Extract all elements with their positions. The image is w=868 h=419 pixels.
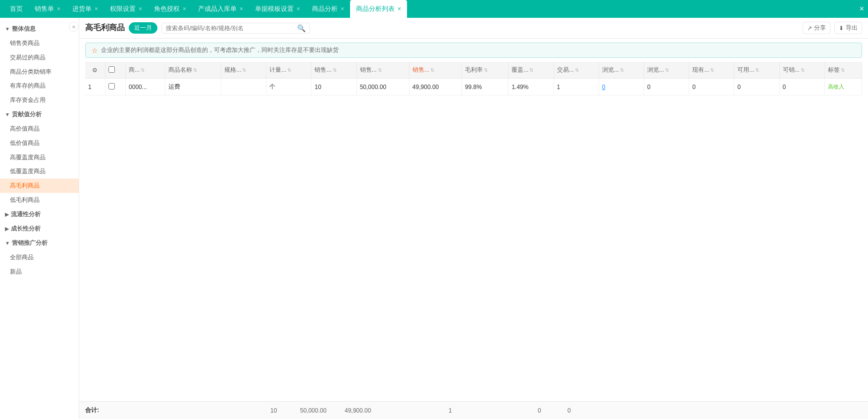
col-view2[interactable]: 浏览...⇅ bbox=[644, 62, 689, 79]
sidebar-item-all-goods[interactable]: 全部商品 bbox=[0, 250, 79, 265]
col-code[interactable]: 商...⇅ bbox=[126, 62, 165, 79]
sort-icon-10: ⇅ bbox=[575, 67, 579, 73]
cell-sale-profit: 49,900.00 bbox=[409, 79, 461, 95]
col-checkbox[interactable] bbox=[105, 62, 126, 79]
sort-icon: ⇅ bbox=[141, 67, 145, 73]
tab-close-product-analysis-list[interactable]: × bbox=[398, 0, 401, 18]
sidebar-item-stock-capital[interactable]: 库存资金占用 bbox=[0, 93, 79, 107]
select-all-checkbox[interactable] bbox=[108, 66, 115, 73]
col-sale-profit[interactable]: 销售...⇅ bbox=[409, 62, 461, 79]
table-row: 1 0000... 运费 个 10 50,000.00 49,900.00 99… bbox=[85, 79, 862, 95]
sidebar-group-marketing[interactable]: ▼ 营销推广分析 bbox=[0, 236, 79, 250]
export-button[interactable]: ⬇ 导出 bbox=[834, 22, 862, 34]
col-saleable[interactable]: 可销...⇅ bbox=[779, 62, 824, 79]
col-sale-qty[interactable]: 销售...⇅ bbox=[311, 62, 357, 79]
sidebar-item-high-margin[interactable]: 高毛利商品 bbox=[0, 179, 79, 193]
arrow-icon-3: ▶ bbox=[5, 212, 9, 217]
sidebar-group-growth[interactable]: ▶ 成长性分析 bbox=[0, 222, 79, 236]
sidebar-item-high-coverage[interactable]: 高覆盖度商品 bbox=[0, 150, 79, 165]
col-spec[interactable]: 规格...⇅ bbox=[221, 62, 266, 79]
tab-home[interactable]: 首页 bbox=[4, 0, 29, 18]
search-input[interactable] bbox=[166, 25, 295, 32]
row-checkbox[interactable] bbox=[108, 83, 115, 90]
tip-bar: ☆ 企业的主要的利润都是这部分商品创造的，可考虑加大推广，同时关注库存是不要出现… bbox=[85, 43, 862, 58]
sort-icon-2: ⇅ bbox=[193, 67, 197, 73]
col-current[interactable]: 现有...⇅ bbox=[689, 62, 734, 79]
footer-transaction: 1 bbox=[446, 407, 475, 414]
header-actions: ↗ 分享 ⬇ 导出 bbox=[803, 22, 862, 34]
col-sale-amount[interactable]: 销售...⇅ bbox=[357, 62, 409, 79]
sidebar-item-traded-goods[interactable]: 交易过的商品 bbox=[0, 50, 79, 65]
sidebar-item-low-coverage[interactable]: 低覆盖度商品 bbox=[0, 164, 79, 179]
page-title: 高毛利商品 bbox=[85, 23, 125, 33]
sidebar-item-sales-goods[interactable]: 销售类商品 bbox=[0, 36, 79, 50]
sidebar-item-low-value[interactable]: 低价值商品 bbox=[0, 136, 79, 150]
tab-close-purchase[interactable]: × bbox=[95, 0, 98, 18]
view1-link[interactable]: 0 bbox=[602, 84, 606, 91]
col-available[interactable]: 可用...⇅ bbox=[734, 62, 779, 79]
tip-text: 企业的主要的利润都是这部分商品创造的，可考虑加大推广，同时关注库存是不要出现缺货 bbox=[101, 46, 339, 54]
arrow-icon-5: ▼ bbox=[5, 240, 10, 246]
cell-spec bbox=[221, 79, 266, 95]
content-header: 高毛利商品 近一月 🔍 ↗ 分享 ⬇ 导出 bbox=[79, 18, 868, 39]
sort-icon-4: ⇅ bbox=[287, 67, 291, 73]
tab-close-product-analysis[interactable]: × bbox=[341, 0, 344, 18]
sidebar-item-in-stock[interactable]: 有库存的商品 bbox=[0, 79, 79, 93]
tab-close-template[interactable]: × bbox=[297, 0, 300, 18]
filter-recent-month-button[interactable]: 近一月 bbox=[129, 22, 157, 34]
close-all-button[interactable]: × bbox=[860, 4, 864, 13]
cell-view1[interactable]: 0 bbox=[599, 79, 644, 95]
search-box: 🔍 bbox=[161, 23, 310, 34]
table-container[interactable]: ⚙ 商...⇅ 商品名称⇅ 规格...⇅ 计量...⇅ 销售...⇅ 销售...… bbox=[85, 62, 862, 401]
sort-icon-15: ⇅ bbox=[801, 67, 805, 73]
table-header-row: ⚙ 商...⇅ 商品名称⇅ 规格...⇅ 计量...⇅ 销售...⇅ 销售...… bbox=[85, 62, 862, 79]
sort-icon-6: ⇅ bbox=[378, 67, 382, 73]
tab-role[interactable]: 角色授权 × bbox=[148, 0, 192, 18]
sidebar-item-new-goods[interactable]: 新品 bbox=[0, 265, 79, 279]
col-coverage[interactable]: 覆盖...⇅ bbox=[509, 62, 554, 79]
sidebar-group-overview[interactable]: ▼ 整体信息 bbox=[0, 22, 79, 36]
arrow-icon: ▼ bbox=[5, 26, 10, 32]
main-layout: « ▼ 整体信息 销售类商品 交易过的商品 商品分类助销率 有库存的商品 库存资… bbox=[0, 18, 868, 419]
cell-sale-qty: 10 bbox=[311, 79, 357, 95]
col-view1[interactable]: 浏览...⇅ bbox=[599, 62, 644, 79]
sidebar-item-category-rate[interactable]: 商品分类助销率 bbox=[0, 65, 79, 79]
export-icon: ⬇ bbox=[839, 25, 844, 32]
tab-permission[interactable]: 权限设置 × bbox=[104, 0, 148, 18]
cell-tag: 高收入 bbox=[824, 79, 862, 95]
tag-badge: 高收入 bbox=[828, 84, 844, 90]
tab-purchase[interactable]: 进货单 × bbox=[66, 0, 104, 18]
sidebar: « ▼ 整体信息 销售类商品 交易过的商品 商品分类助销率 有库存的商品 库存资… bbox=[0, 18, 79, 419]
col-gross-margin[interactable]: 毛利率⇅ bbox=[462, 62, 509, 79]
col-tag[interactable]: 标签⇅ bbox=[824, 62, 862, 79]
sidebar-group-contribution[interactable]: ▼ 贡献值分析 bbox=[0, 107, 79, 122]
tab-close-product-in[interactable]: × bbox=[240, 0, 243, 18]
sidebar-collapse-button[interactable]: « bbox=[69, 22, 79, 32]
tab-sales[interactable]: 销售单 × bbox=[29, 0, 66, 18]
cell-saleable: 0 bbox=[779, 79, 824, 95]
sidebar-group-liquidity[interactable]: ▶ 流通性分析 bbox=[0, 207, 79, 222]
cell-index: 1 bbox=[85, 79, 105, 95]
cell-sale-amount: 50,000.00 bbox=[357, 79, 409, 95]
tab-product-analysis-list[interactable]: 商品分析列表 × bbox=[350, 0, 407, 18]
tab-close-role[interactable]: × bbox=[183, 0, 186, 18]
tab-product-in[interactable]: 产成品入库单 × bbox=[192, 0, 249, 18]
col-name[interactable]: 商品名称⇅ bbox=[165, 62, 221, 79]
cell-unit: 个 bbox=[266, 79, 311, 95]
data-table: ⚙ 商...⇅ 商品名称⇅ 规格...⇅ 计量...⇅ 销售...⇅ 销售...… bbox=[85, 62, 862, 95]
col-settings[interactable]: ⚙ bbox=[85, 62, 105, 79]
tab-close-permission[interactable]: × bbox=[139, 0, 142, 18]
sidebar-item-low-margin[interactable]: 低毛利商品 bbox=[0, 193, 79, 207]
col-transaction[interactable]: 交易...⇅ bbox=[554, 62, 599, 79]
tab-close-sales[interactable]: × bbox=[57, 0, 60, 18]
sort-icon-16: ⇅ bbox=[841, 67, 845, 73]
cell-checkbox[interactable] bbox=[105, 79, 126, 95]
footer-sale-qty: 10 bbox=[267, 407, 297, 414]
share-button[interactable]: ↗ 分享 bbox=[803, 22, 830, 34]
tab-template[interactable]: 单据模板设置 × bbox=[249, 0, 306, 18]
col-unit[interactable]: 计量...⇅ bbox=[266, 62, 311, 79]
sidebar-item-high-value[interactable]: 高价值商品 bbox=[0, 122, 79, 136]
footer-sale-profit: 49,900.00 bbox=[342, 407, 386, 414]
tab-product-analysis[interactable]: 商品分析 × bbox=[306, 0, 350, 18]
cell-coverage: 1.49% bbox=[509, 79, 554, 95]
